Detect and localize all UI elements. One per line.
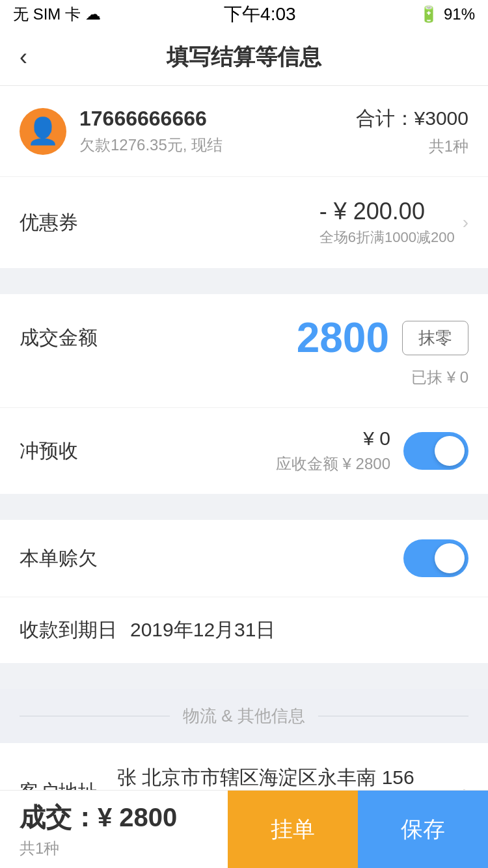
precharge-section: 冲预收 ¥ 0 应收金额 ¥ 2800 xyxy=(0,407,488,494)
logistics-label: 物流 & 其他信息 xyxy=(183,705,305,727)
precharge-toggle[interactable] xyxy=(403,432,468,470)
deal-wiped: 已抹 ¥ 0 xyxy=(20,367,468,388)
precharge-amount: ¥ 0 xyxy=(276,427,390,450)
bottom-actions: 挂单 保存 xyxy=(228,791,488,868)
bottom-summary: 成交：¥ 2800 共1种 xyxy=(0,800,228,859)
coupon-row[interactable]: 优惠券 - ¥ 200.00 全场6折满1000减200 › xyxy=(0,176,488,268)
nav-bar: ‹ 填写结算等信息 xyxy=(0,29,488,86)
avatar-icon: 👤 xyxy=(27,116,59,146)
bottom-deal-amount: ¥ 2800 xyxy=(98,803,177,832)
content: 👤 17666666666 欠款1276.35元, 现结 合计：¥3000 共1… xyxy=(0,86,488,868)
deal-right: 2800 抹零 xyxy=(297,314,468,362)
customer-info: 17666666666 欠款1276.35元, 现结 xyxy=(79,107,223,156)
customer-right: 合计：¥3000 共1种 xyxy=(356,105,468,157)
bottom-deal-label: 成交： xyxy=(20,803,98,832)
hang-button[interactable]: 挂单 xyxy=(228,791,358,868)
duedate-row: 收款到期日 2019年12月31日 xyxy=(20,617,468,644)
customer-left: 👤 17666666666 欠款1276.35元, 现结 xyxy=(20,107,223,156)
sep-line-right xyxy=(318,716,468,716)
logistics-separator: 物流 & 其他信息 xyxy=(0,689,488,743)
back-button[interactable]: ‹ xyxy=(20,44,27,71)
bottom-bar: 成交：¥ 2800 共1种 挂单 保存 xyxy=(0,790,488,868)
customer-debt: 欠款1276.35元, 现结 xyxy=(79,135,223,156)
status-bar: 无 SIM 卡 ☁ 下午4:03 🔋 91% xyxy=(0,0,488,29)
precharge-label: 冲预收 xyxy=(20,438,78,465)
deal-section: 成交金额 2800 抹零 已抹 ¥ 0 xyxy=(0,294,488,407)
debit-section: 本单赊欠 xyxy=(0,520,488,597)
divider-1 xyxy=(0,281,488,294)
debit-toggle[interactable] xyxy=(403,539,468,577)
battery-percent: 91% xyxy=(444,5,475,23)
status-right: 🔋 91% xyxy=(419,5,475,23)
duedate-value: 2019年12月31日 xyxy=(130,617,275,644)
status-left: 无 SIM 卡 ☁ xyxy=(13,4,101,25)
duedate-label: 收款到期日 xyxy=(20,617,117,644)
avatar: 👤 xyxy=(20,108,66,155)
sim-status: 无 SIM 卡 ☁ xyxy=(13,4,101,25)
bottom-kinds: 共1种 xyxy=(20,838,208,859)
coupon-amount: - ¥ 200.00 xyxy=(319,198,455,225)
coupon-label: 优惠券 xyxy=(20,210,78,236)
deal-amount-value: 2800 xyxy=(297,314,389,362)
deal-card: 成交金额 2800 抹零 已抹 ¥ 0 冲预收 ¥ 0 应收金额 ¥ 2800 xyxy=(0,294,488,494)
precharge-sub: 应收金额 ¥ 2800 xyxy=(276,454,390,474)
debit-card: 本单赊欠 收款到期日 2019年12月31日 xyxy=(0,520,488,663)
deal-label: 成交金额 xyxy=(20,325,98,351)
divider-2 xyxy=(0,507,488,520)
debit-label: 本单赊欠 xyxy=(20,545,98,572)
total-amount: 合计：¥3000 xyxy=(356,105,468,132)
status-time: 下午4:03 xyxy=(224,2,296,27)
divider-3 xyxy=(0,676,488,689)
precharge-right: ¥ 0 应收金额 ¥ 2800 xyxy=(276,427,468,474)
page-title: 填写结算等信息 xyxy=(167,42,321,72)
coupon-chevron-icon: › xyxy=(463,212,468,233)
save-button[interactable]: 保存 xyxy=(358,791,488,868)
sep-line-left xyxy=(20,716,170,716)
coupon-desc: 全场6折满1000减200 xyxy=(319,228,455,247)
battery-icon: 🔋 xyxy=(419,5,439,23)
total-kinds: 共1种 xyxy=(356,136,468,157)
duedate-section: 收款到期日 2019年12月31日 xyxy=(0,597,488,663)
precharge-row: 冲预收 ¥ 0 应收金额 ¥ 2800 xyxy=(20,427,468,474)
coupon-right: - ¥ 200.00 全场6折满1000减200 › xyxy=(319,198,468,247)
customer-card: 👤 17666666666 欠款1276.35元, 现结 合计：¥3000 共1… xyxy=(0,86,488,268)
deal-row: 成交金额 2800 抹零 xyxy=(20,314,468,362)
bottom-deal: 成交：¥ 2800 xyxy=(20,800,208,835)
round-button[interactable]: 抹零 xyxy=(402,321,468,355)
customer-row: 👤 17666666666 欠款1276.35元, 现结 合计：¥3000 共1… xyxy=(0,86,488,176)
customer-phone: 17666666666 xyxy=(79,107,223,131)
